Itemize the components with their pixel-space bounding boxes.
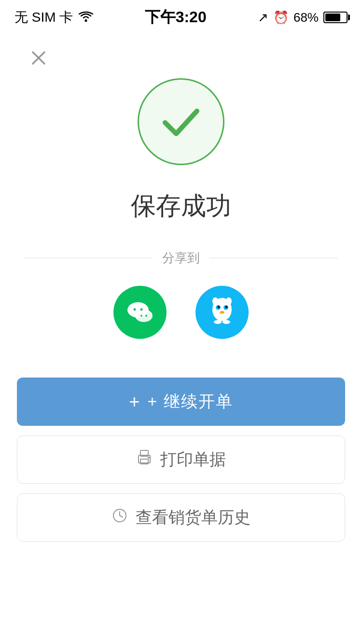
divider-left: [24, 258, 153, 258]
svg-point-15: [212, 297, 218, 305]
svg-point-6: [140, 308, 142, 311]
success-circle: [138, 78, 224, 165]
svg-point-17: [214, 320, 222, 324]
main-content: 保存成功 分享到: [0, 35, 362, 542]
svg-point-8: [145, 315, 147, 317]
status-time: 下午3:20: [145, 7, 207, 28]
location-icon: ↗: [258, 10, 268, 25]
status-right: ↗ ⏰ 68%: [258, 10, 348, 25]
qq-share-button[interactable]: [195, 286, 249, 339]
print-button[interactable]: 打印单据: [17, 435, 345, 484]
svg-point-13: [225, 306, 227, 308]
wechat-share-button[interactable]: [113, 286, 167, 339]
close-button[interactable]: [24, 43, 53, 72]
svg-point-0: [85, 20, 87, 22]
print-icon: [136, 449, 153, 470]
svg-point-7: [140, 315, 142, 317]
svg-point-16: [226, 297, 232, 305]
share-label: 分享到: [162, 250, 200, 266]
battery-icon: [323, 12, 348, 23]
action-buttons: + + 继续开单 打印单据: [17, 378, 345, 542]
share-icons: [113, 286, 249, 339]
alarm-icon: ⏰: [273, 10, 289, 25]
continue-button[interactable]: + + 继续开单: [17, 378, 345, 426]
history-label: 查看销货单历史: [136, 506, 251, 529]
svg-point-18: [223, 320, 230, 324]
success-title: 保存成功: [131, 189, 231, 223]
history-icon: [111, 507, 128, 528]
divider-right: [209, 258, 338, 258]
svg-point-4: [135, 309, 153, 322]
print-label: 打印单据: [160, 448, 226, 471]
checkmark-icon: [159, 102, 203, 141]
share-divider: 分享到: [24, 250, 338, 266]
svg-line-25: [120, 516, 123, 517]
continue-icon: +: [129, 392, 139, 412]
svg-point-22: [148, 457, 150, 459]
svg-point-5: [133, 308, 136, 311]
continue-label: + 继续开单: [147, 391, 233, 413]
svg-point-14: [220, 311, 224, 314]
status-bar: 无 SIM 卡 下午3:20 ↗ ⏰ 68%: [0, 0, 362, 35]
close-icon: [30, 49, 47, 67]
wifi-icon: [79, 10, 93, 25]
status-left: 无 SIM 卡: [14, 8, 93, 27]
no-sim-text: 无 SIM 卡: [14, 8, 73, 27]
svg-point-12: [217, 306, 220, 308]
qq-icon: [207, 295, 238, 330]
battery-percent: 68%: [293, 10, 319, 25]
history-button[interactable]: 查看销货单历史: [17, 493, 345, 542]
wechat-icon: [125, 298, 156, 326]
